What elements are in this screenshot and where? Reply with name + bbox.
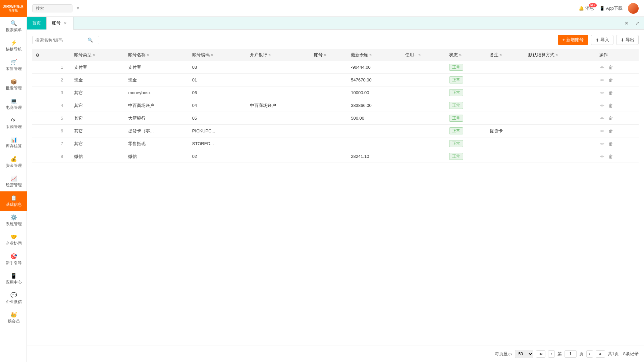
delete-icon[interactable]: 🗑 (607, 128, 614, 134)
first-page-button[interactable]: ⏮ (536, 350, 545, 358)
sidebar-item-retail-mgmt[interactable]: 🛒零售管理 (0, 56, 27, 75)
edit-icon[interactable]: ✏ (599, 64, 606, 71)
prev-page-button[interactable]: ‹ (548, 350, 555, 358)
edit-icon[interactable]: ✏ (599, 153, 606, 160)
edit-icon[interactable]: ✏ (599, 77, 606, 83)
last-page-button[interactable]: ⏭ (596, 350, 605, 358)
delete-icon[interactable]: 🗑 (607, 140, 614, 147)
tab-bar: 首页账号✕ ✕ ⤢ (27, 17, 644, 29)
sort-icon: ⇅ (147, 53, 149, 57)
sidebar-item-finance-mgmt[interactable]: 💰资金管理 (0, 153, 27, 172)
delete-icon[interactable]: 🗑 (607, 102, 614, 109)
phone-icon: 📱 (599, 6, 605, 11)
sidebar-item-new-guide[interactable]: 🎯新手引导 (0, 250, 27, 269)
cell-action: ✏ 🗑 (596, 74, 639, 86)
search-icon[interactable]: 🔍 (88, 38, 93, 43)
sidebar-item-search-menu[interactable]: 🔍搜索菜单 (0, 17, 27, 36)
cell-default_settlement (525, 86, 596, 99)
sidebar-item-system-mgmt[interactable]: ⚙️系统管理 (0, 211, 27, 230)
status-badge: 正常 (449, 102, 463, 109)
sidebar-label-app-center: 应用中心 (3, 280, 25, 285)
cell-account_type: 其它 (71, 99, 125, 112)
col-header-action: 操作 (596, 49, 639, 61)
delete-icon[interactable]: 🗑 (607, 77, 614, 83)
expand-tab-button[interactable]: ⤢ (633, 20, 641, 26)
cell-status: 正常 (446, 61, 486, 74)
sidebar-label-quick-nav: 快捷导航 (3, 47, 25, 52)
app-download-button[interactable]: 📱 App下载 (599, 5, 623, 11)
sidebar-item-inventory[interactable]: 📊库存核算 (0, 133, 27, 153)
sidebar-item-ecom-mgmt[interactable]: 💻电商管理 (0, 95, 27, 114)
sidebar-item-purchase-mgmt[interactable]: 🛍采购管理 (0, 114, 27, 133)
cell-default_settlement (525, 74, 596, 86)
col-header-default_settlement[interactable]: 默认结算方式⇅ (525, 49, 596, 61)
top-search-input[interactable] (32, 4, 72, 12)
toolbar-right: + 新增账号 ⬆ 导入 ⬇ 导出 (558, 35, 639, 45)
delete-icon[interactable]: 🗑 (607, 89, 614, 96)
search-input[interactable] (35, 38, 86, 43)
sidebar-item-enterprise-wechat[interactable]: 💬企业微信 (0, 289, 27, 308)
table-row: 6其它提货卡（零...PICKUPC...正常提货卡 ✏ 🗑 (32, 125, 639, 137)
cell-account (311, 125, 348, 137)
row-settings-col (32, 112, 53, 125)
export-icon: ⬇ (621, 38, 624, 43)
next-page-button[interactable]: › (586, 350, 593, 358)
col-header-bank[interactable]: 开户银行⇅ (247, 49, 310, 61)
dropdown-icon[interactable]: ▼ (76, 6, 80, 11)
close-tab-button[interactable]: ✕ (623, 20, 631, 26)
sidebar-item-enterprise-agreement[interactable]: 🤝企业协同 (0, 230, 27, 250)
sidebar-item-vip-member[interactable]: 👑畅会员 (0, 308, 27, 327)
col-header-account_code[interactable]: 账号编码⇅ (189, 49, 247, 61)
edit-icon[interactable]: ✏ (599, 140, 606, 147)
settings-icon[interactable]: ⚙ (36, 53, 40, 58)
cell-usage (402, 61, 446, 74)
edit-icon[interactable]: ✏ (599, 89, 606, 96)
col-header-account[interactable]: 账号⇅ (311, 49, 348, 61)
edit-icon[interactable]: ✏ (599, 102, 606, 109)
import-button[interactable]: ⬆ 导入 (591, 35, 613, 45)
export-button[interactable]: ⬇ 导出 (616, 35, 639, 45)
cell-action: ✏ 🗑 (596, 61, 639, 74)
tab-close-accounts[interactable]: ✕ (63, 21, 68, 26)
cell-status: 正常 (446, 150, 486, 163)
tab-home[interactable]: 首页 (27, 17, 47, 29)
top-bar: ▼ 🔔 消息 99+ 📱 App下载 (27, 0, 644, 17)
sidebar-label-system-mgmt: 系统管理 (3, 221, 25, 227)
sidebar-icon-retail-mgmt: 🛒 (3, 59, 25, 65)
sidebar-item-quick-nav[interactable]: ⚡快捷导航 (0, 36, 27, 56)
avatar[interactable] (628, 3, 639, 14)
cell-balance (347, 137, 401, 150)
row-settings-col (32, 86, 53, 99)
cell-account (311, 74, 348, 86)
col-header-status[interactable]: 状态⇅ (446, 49, 486, 61)
delete-icon[interactable]: 🗑 (607, 64, 614, 71)
edit-icon[interactable]: ✏ (599, 115, 606, 122)
table-row: 1支付宝支付宝03-90444.00正常 ✏ 🗑 (32, 61, 639, 74)
status-badge: 正常 (449, 89, 463, 96)
sidebar-label-ecom-mgmt: 电商管理 (3, 105, 25, 111)
edit-icon[interactable]: ✏ (599, 128, 606, 134)
col-header-balance[interactable]: 最新余额⇅ (347, 49, 401, 61)
sidebar-item-operation-mgmt[interactable]: 📈经营管理 (0, 172, 27, 191)
row-settings-col (32, 125, 53, 137)
delete-icon[interactable]: 🗑 (607, 115, 614, 122)
sidebar-label-inventory: 库存核算 (3, 143, 25, 149)
sidebar-item-app-center[interactable]: 📱应用中心 (0, 269, 27, 289)
search-box[interactable]: 🔍 (32, 36, 99, 44)
tab-accounts[interactable]: 账号✕ (47, 17, 73, 29)
cell-remark (486, 112, 525, 125)
col-header-account_name[interactable]: 账号名称⇅ (125, 49, 189, 61)
row-num: 5 (53, 112, 71, 125)
col-header-usage[interactable]: 使用...⇅ (402, 49, 446, 61)
delete-icon[interactable]: 🗑 (607, 153, 614, 160)
message-button[interactable]: 🔔 消息 99+ (579, 5, 594, 11)
sidebar-item-wholesale-mgmt[interactable]: 📦批发管理 (0, 75, 27, 95)
cell-action: ✏ 🗑 (596, 150, 639, 163)
col-header-remark[interactable]: 备注⇅ (486, 49, 525, 61)
page-number-input[interactable] (565, 350, 577, 358)
sidebar-item-basic-info[interactable]: 📋基础信息 (0, 191, 27, 211)
tab-label-accounts: 账号 (52, 20, 61, 26)
page-size-select[interactable]: 102050100 (515, 350, 533, 358)
add-account-button[interactable]: + 新增账号 (558, 35, 588, 45)
col-header-account_type[interactable]: 账号类型⇅ (71, 49, 125, 61)
